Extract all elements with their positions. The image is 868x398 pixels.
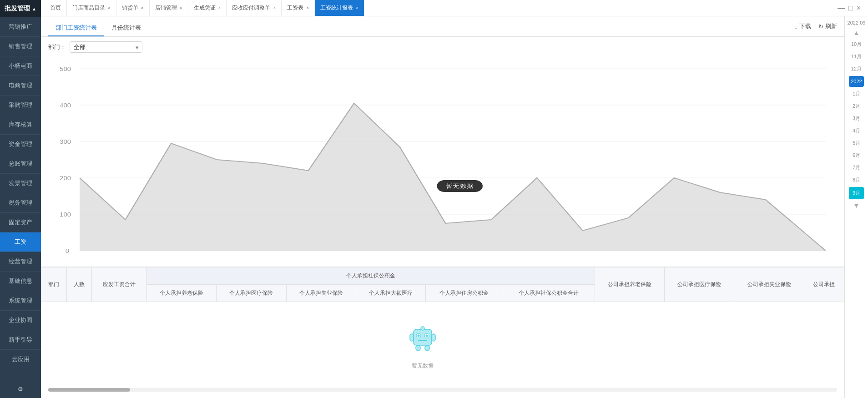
tab-label-store-mgmt: 店铺管理 bbox=[155, 4, 177, 12]
timeline-item-9月[interactable]: 9月 bbox=[849, 187, 863, 199]
svg-text:300: 300 bbox=[60, 139, 71, 145]
sidebar-item-basics[interactable]: 基础信息 bbox=[0, 272, 41, 291]
timeline-item-10月[interactable]: 10月 bbox=[847, 38, 865, 50]
svg-rect-20 bbox=[432, 334, 435, 341]
dept-filter-label: 部门： bbox=[48, 43, 66, 51]
timeline-item-1月[interactable]: 1月 bbox=[847, 88, 865, 100]
sidebar-item-marketing[interactable]: 营销推广 bbox=[0, 17, 41, 37]
col-company-unemployment: 公司承担失业保险 bbox=[734, 267, 804, 302]
tab-catalog[interactable]: 门店商品目录× bbox=[67, 0, 116, 16]
col-group-personal: 个人承担社保公积金 bbox=[146, 267, 595, 285]
sidebar-item-enterprise[interactable]: 企业协同 bbox=[0, 311, 41, 330]
filter-row: 部门： 全部 bbox=[41, 37, 844, 57]
dept-select-wrapper: 全部 bbox=[70, 41, 142, 53]
sidebar-header[interactable]: 批发管理 ▲ bbox=[0, 0, 41, 17]
sidebar-item-ledger[interactable]: 总账管理 bbox=[0, 154, 41, 174]
tab-close-receivable[interactable]: × bbox=[273, 5, 276, 10]
sidebar: 批发管理 ▲ 营销推广销售管理小畅电商电商管理采购管理库存核算资金管理总账管理发… bbox=[0, 0, 41, 398]
svg-rect-12 bbox=[414, 329, 432, 345]
timeline-item-2022[interactable]: 2022 bbox=[849, 76, 863, 87]
svg-text:400: 400 bbox=[60, 102, 71, 108]
sidebar-item-inventory[interactable]: 库存核算 bbox=[0, 115, 41, 135]
scrollbar-thumb[interactable] bbox=[48, 388, 130, 392]
sidebar-item-ecommerce[interactable]: 电商管理 bbox=[0, 76, 41, 96]
timeline-down-nav[interactable]: ▼ bbox=[852, 200, 862, 211]
svg-text:200: 200 bbox=[60, 175, 71, 181]
timeline-item-3月[interactable]: 3月 bbox=[847, 112, 865, 125]
sidebar-item-cloud[interactable]: 云应用 bbox=[0, 350, 41, 369]
sidebar-item-purchase[interactable]: 采购管理 bbox=[0, 96, 41, 115]
dept-select[interactable]: 全部 bbox=[70, 41, 142, 53]
empty-icon bbox=[404, 320, 441, 357]
tab-home[interactable]: 首页 bbox=[45, 0, 67, 16]
maximize-btn[interactable]: □ bbox=[848, 4, 853, 12]
timeline-up-nav[interactable]: ▲ bbox=[852, 27, 862, 38]
timeline-item-8月[interactable]: 8月 bbox=[847, 174, 865, 186]
sidebar-item-sales[interactable]: 销售管理 bbox=[0, 37, 41, 56]
timeline-item-5月[interactable]: 5月 bbox=[847, 137, 865, 149]
tab-close-payroll[interactable]: × bbox=[306, 5, 309, 10]
chart-tooltip-text: 暂无数据 bbox=[446, 183, 474, 189]
svg-rect-22 bbox=[425, 345, 429, 351]
col-company-other: 公司承担 bbox=[804, 267, 844, 302]
sidebar-settings[interactable]: ⚙ bbox=[0, 380, 41, 398]
tab-label-catalog: 门店商品目录 bbox=[72, 4, 105, 12]
timeline-item-2月[interactable]: 2月 bbox=[847, 100, 865, 112]
col-headcount: 人数 bbox=[66, 267, 92, 302]
download-label: 下载 bbox=[799, 22, 811, 30]
svg-rect-17 bbox=[418, 340, 427, 341]
tab-close-production[interactable]: × bbox=[218, 5, 221, 10]
tab-close-catalog[interactable]: × bbox=[108, 5, 111, 10]
sidebar-item-guide[interactable]: 新手引导 bbox=[0, 330, 41, 350]
sidebar-item-finance[interactable]: 资金管理 bbox=[0, 135, 41, 154]
timeline-item-7月[interactable]: 7月 bbox=[847, 161, 865, 174]
col-company-medical: 公司承担医疗保险 bbox=[665, 267, 734, 302]
refresh-btn[interactable]: ↻ 刷新 bbox=[818, 22, 837, 30]
table-section[interactable]: 部门 人数 应发工资合计 个人承担社保公积金 公司承担养老保险 公司承担医疗保险… bbox=[41, 267, 844, 398]
tab-receivable[interactable]: 应收应付调整单× bbox=[227, 0, 282, 16]
tab-close-sales-orders[interactable]: × bbox=[141, 5, 144, 10]
sidebar-item-operations[interactable]: 经营管理 bbox=[0, 252, 41, 272]
tab-bar: 首页门店商品目录×销货单×店铺管理×生成凭证×应收应付调整单×工资表×工资统计报… bbox=[41, 0, 868, 16]
tab-store-mgmt[interactable]: 店铺管理× bbox=[150, 0, 188, 16]
timeline-item-4月[interactable]: 4月 bbox=[847, 125, 865, 137]
tab-sales-orders[interactable]: 销货单× bbox=[116, 0, 150, 16]
sidebar-item-invoice[interactable]: 发票管理 bbox=[0, 174, 41, 193]
sub-tabs-bar: 部门工资统计表 月份统计表 ↓ 下载 ↻ 刷新 bbox=[41, 16, 844, 37]
tab-monthly[interactable]: 月份统计表 bbox=[104, 20, 148, 36]
tab-label-receivable: 应收应付调整单 bbox=[232, 4, 270, 12]
tab-label-home: 首页 bbox=[50, 4, 61, 12]
col-personal-pension: 个人承担养老保险 bbox=[146, 285, 216, 302]
sidebar-item-tax[interactable]: 税务管理 bbox=[0, 193, 41, 213]
svg-rect-18 bbox=[421, 327, 424, 330]
timeline-item-11月[interactable]: 11月 bbox=[847, 50, 865, 63]
tab-production[interactable]: 生成凭证× bbox=[188, 0, 227, 16]
sub-tabs-left: 部门工资统计表 月份统计表 bbox=[48, 20, 148, 36]
sidebar-item-system[interactable]: 系统管理 bbox=[0, 291, 41, 311]
tab-close-store-mgmt[interactable]: × bbox=[180, 5, 182, 10]
content-area: 部门工资统计表 月份统计表 ↓ 下载 ↻ 刷新 部门： bbox=[41, 16, 868, 398]
close-btn[interactable]: × bbox=[857, 4, 861, 12]
sidebar-item-mini-shop[interactable]: 小畅电商 bbox=[0, 56, 41, 76]
main-area: 首页门店商品目录×销货单×店铺管理×生成凭证×应收应付调整单×工资表×工资统计报… bbox=[41, 0, 868, 398]
toolbar-actions: ↓ 下载 ↻ 刷新 bbox=[795, 22, 838, 34]
tab-payroll[interactable]: 工资表× bbox=[282, 0, 315, 16]
svg-point-16 bbox=[425, 335, 428, 337]
refresh-label: 刷新 bbox=[825, 22, 837, 30]
tab-close-payroll-report[interactable]: × bbox=[356, 5, 358, 10]
area-chart: 0 100 200 300 400 500 bbox=[48, 57, 837, 257]
tab-dept[interactable]: 部门工资统计表 bbox=[48, 20, 104, 36]
tab-payroll-report[interactable]: 工资统计报表× bbox=[315, 0, 364, 16]
sidebar-item-assets[interactable]: 固定资产 bbox=[0, 213, 41, 232]
download-btn[interactable]: ↓ 下载 bbox=[795, 22, 812, 30]
horizontal-scrollbar[interactable] bbox=[48, 388, 837, 392]
tab-label-sales-orders: 销货单 bbox=[122, 4, 138, 12]
refresh-icon: ↻ bbox=[818, 23, 823, 30]
col-dept: 部门 bbox=[41, 267, 67, 302]
sidebar-item-salary[interactable]: 工资 bbox=[0, 232, 41, 252]
timeline-item-6月[interactable]: 6月 bbox=[847, 149, 865, 161]
sidebar-title: 批发管理 bbox=[5, 5, 30, 13]
svg-text:500: 500 bbox=[60, 66, 71, 72]
timeline-item-12月[interactable]: 12月 bbox=[847, 63, 865, 75]
minimize-btn[interactable]: — bbox=[838, 4, 845, 12]
